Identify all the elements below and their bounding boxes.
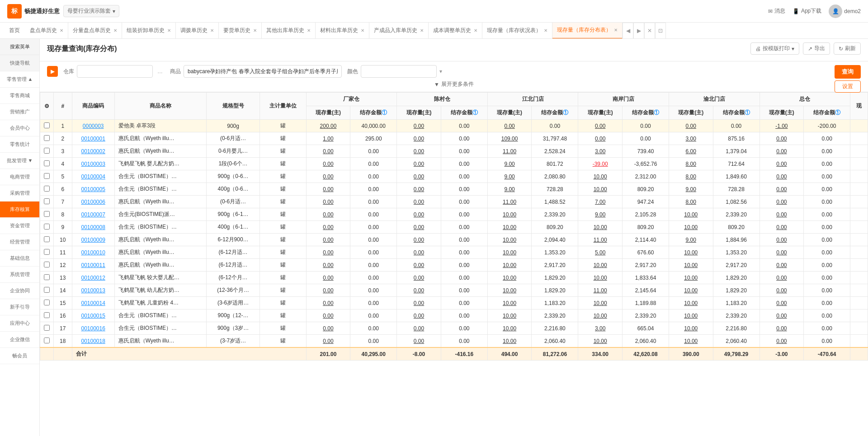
row-total-qty[interactable]: 0.00	[760, 158, 804, 170]
row-chengjiao-qty[interactable]: 0.00	[397, 145, 441, 158]
row-total-qty[interactable]: 0.00	[760, 196, 804, 208]
row-chengjiao-qty[interactable]: 0.00	[397, 208, 441, 221]
row-yuanbei-qty[interactable]: 0.00	[669, 120, 713, 132]
sidebar-item-member[interactable]: 会员中心	[0, 120, 39, 136]
tab-expand-btn[interactable]: ⊡	[655, 23, 666, 39]
sidebar-item-search[interactable]: 搜索英单	[0, 39, 39, 55]
sidebar-item-system[interactable]: 系统管理	[0, 267, 39, 283]
row-factory-qty[interactable]: 0.00	[306, 183, 350, 196]
sidebar-item-ecommerce[interactable]: 电商管理	[0, 169, 39, 185]
tab-next-btn[interactable]: ▶	[633, 23, 644, 39]
row-checkbox[interactable]	[44, 338, 50, 343]
sidebar-item-marketing[interactable]: 营销推广	[0, 104, 39, 120]
row-total-qty[interactable]: 0.00	[760, 322, 804, 335]
color-input[interactable]	[361, 65, 437, 78]
row-checkbox[interactable]	[44, 160, 50, 166]
row-total-qty[interactable]: 0.00	[760, 234, 804, 246]
col-check[interactable]	[40, 246, 54, 259]
tab-prev-btn[interactable]: ◀	[623, 23, 633, 39]
col-check[interactable]	[40, 234, 54, 246]
user-menu[interactable]: 👤 demo2	[829, 5, 861, 18]
msg-button[interactable]: ✉ 消息	[768, 7, 785, 15]
sidebar-item-wechat[interactable]: 企业微信	[0, 332, 39, 348]
tab-kucun-status[interactable]: 现存量（库存状况表）✕	[482, 23, 552, 39]
row-jiangbei-qty[interactable]: 9.00	[487, 183, 532, 196]
row-chengjiao-qty[interactable]: 0.00	[397, 272, 441, 284]
col-check[interactable]	[40, 335, 54, 348]
close-icon[interactable]: ✕	[167, 28, 171, 33]
tab-cailiao[interactable]: 材料出库单历史 ✕	[316, 23, 369, 39]
col-check[interactable]	[40, 309, 54, 322]
tab-chengben[interactable]: 成本调整单历史 ✕	[429, 23, 482, 39]
sidebar-item-operation[interactable]: 经营管理	[0, 234, 39, 250]
row-nanan-qty[interactable]: 3.00	[578, 322, 623, 335]
row-factory-qty[interactable]: 0.00	[306, 335, 350, 348]
row-jiangbei-qty[interactable]: 10.00	[487, 208, 532, 221]
row-factory-qty[interactable]: 0.00	[306, 145, 350, 158]
sidebar-item-retail-stats[interactable]: 零售统计	[0, 136, 39, 153]
row-total-qty[interactable]: 0.00	[760, 259, 804, 272]
col-check[interactable]	[40, 297, 54, 309]
row-total-qty[interactable]: 0.00	[760, 246, 804, 259]
row-checkbox[interactable]	[44, 325, 50, 331]
row-checkbox[interactable]	[44, 135, 50, 141]
row-jiangbei-qty[interactable]: 0.00	[487, 120, 532, 132]
row-yuanbei-qty[interactable]: 10.00	[669, 297, 713, 309]
tab-kucun-dist[interactable]: 现存量（库存分布表）✕	[552, 23, 623, 39]
row-factory-qty[interactable]: 0.00	[306, 284, 350, 297]
row-total-qty[interactable]: 0.00	[760, 297, 804, 309]
row-nanan-qty[interactable]: 10.00	[578, 221, 623, 234]
row-nanan-qty[interactable]: 10.00	[578, 297, 623, 309]
row-yuanbei-qty[interactable]: 10.00	[669, 335, 713, 348]
row-jiangbei-qty[interactable]: 10.00	[487, 309, 532, 322]
query-button[interactable]: 查询	[835, 65, 861, 79]
industry-select[interactable]: 母婴行业演示陈套 ▾	[63, 5, 119, 17]
row-code[interactable]: 00100004	[72, 170, 114, 183]
sidebar-item-guide[interactable]: 新手引导	[0, 299, 39, 315]
col-check[interactable]	[40, 322, 54, 335]
row-nanan-qty[interactable]: 10.00	[578, 335, 623, 348]
row-jiangbei-qty[interactable]: 10.00	[487, 284, 532, 297]
col-check[interactable]	[40, 208, 54, 221]
row-total-qty[interactable]: 0.00	[760, 183, 804, 196]
tab-pandian[interactable]: 盘点单历史 ✕	[25, 23, 68, 39]
row-yuanbei-qty[interactable]: 8.00	[669, 158, 713, 170]
goods-input[interactable]	[184, 65, 342, 78]
row-factory-qty[interactable]: 1.00	[306, 132, 350, 145]
row-nanan-qty[interactable]: 10.00	[578, 259, 623, 272]
row-code[interactable]: 00100001	[72, 132, 114, 145]
close-icon[interactable]: ✕	[210, 28, 214, 33]
row-code[interactable]: 00100014	[72, 297, 114, 309]
row-chengjiao-qty[interactable]: 0.00	[397, 246, 441, 259]
row-nanan-qty[interactable]: 10.00	[578, 272, 623, 284]
row-code[interactable]: 00100005	[72, 183, 114, 196]
row-factory-qty[interactable]: 200.00	[306, 120, 350, 132]
row-factory-qty[interactable]: 0.00	[306, 297, 350, 309]
row-code[interactable]: 0000003	[72, 120, 114, 132]
row-total-qty[interactable]: 0.00	[760, 170, 804, 183]
row-checkbox[interactable]	[44, 312, 50, 318]
row-code[interactable]: 00100008	[72, 221, 114, 234]
close-icon[interactable]: ✕	[307, 28, 311, 33]
row-yuanbei-qty[interactable]: 10.00	[669, 221, 713, 234]
row-total-qty[interactable]: 0.00	[760, 284, 804, 297]
export-button[interactable]: ↗ 导出	[803, 42, 830, 55]
row-code[interactable]: 00100011	[72, 259, 114, 272]
print-button[interactable]: 🖨 按模版打印 ▾	[750, 42, 799, 55]
row-nanan-qty[interactable]: 10.00	[578, 170, 623, 183]
row-yuanbei-qty[interactable]: 10.00	[669, 322, 713, 335]
row-factory-qty[interactable]: 0.00	[306, 158, 350, 170]
row-total-qty[interactable]: 0.00	[760, 145, 804, 158]
warehouse-input[interactable]	[77, 65, 153, 78]
close-icon[interactable]: ✕	[614, 28, 618, 33]
sidebar-item-member2[interactable]: 畅会员	[0, 348, 39, 364]
row-yuanbei-qty[interactable]: 10.00	[669, 246, 713, 259]
row-chengjiao-qty[interactable]: 0.00	[397, 284, 441, 297]
row-yuanbei-qty[interactable]: 10.00	[669, 208, 713, 221]
row-chengjiao-qty[interactable]: 0.00	[397, 297, 441, 309]
row-jiangbei-qty[interactable]: 10.00	[487, 259, 532, 272]
tab-zuhe[interactable]: 组装折卸单历史 ✕	[122, 23, 176, 39]
row-jiangbei-qty[interactable]: 10.00	[487, 234, 532, 246]
row-code[interactable]: 00100013	[72, 284, 114, 297]
row-nanan-qty[interactable]: 7.00	[578, 196, 623, 208]
